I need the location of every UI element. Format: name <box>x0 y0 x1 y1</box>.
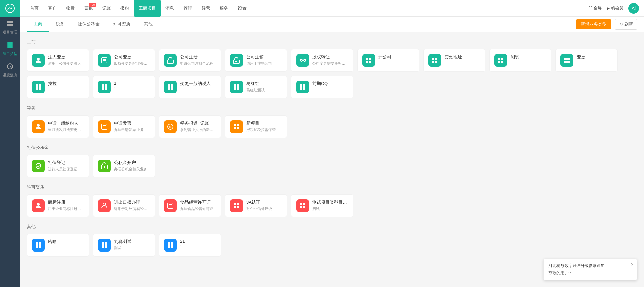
card-apply-taxpayer[interactable]: 申请一般纳税人 当月或次月成变更完成 <box>27 115 89 138</box>
nav-service[interactable]: 服务 <box>215 0 233 17</box>
svg-rect-64 <box>237 127 239 129</box>
card-icon-trademark <box>32 199 45 212</box>
tab-industry[interactable]: 工商 <box>27 17 49 32</box>
tab-bar: 工商 税务 社保公积金 许可资质 其他 新增业务类型 <box>20 17 644 32</box>
card-open-company[interactable]: 开公司 <box>357 49 419 72</box>
card-haha[interactable]: 哈哈 <box>27 234 89 257</box>
tab-social[interactable]: 社保公积金 <box>71 17 106 32</box>
card-desc-company-register: 申请公司注册全流程 <box>180 61 216 66</box>
nav-accounting[interactable]: 记账 <box>98 0 116 17</box>
svg-rect-86 <box>102 245 104 248</box>
card-social-register[interactable]: 社保登记 进行人员社保登记 <box>27 155 89 177</box>
card-trademark[interactable]: 商标注册 用于企业商标注册服务 <box>27 194 89 217</box>
cards-grid-other: 哈哈 刘聪测试 测试 <box>27 234 637 257</box>
card-legal-change[interactable]: 法人变更 适用于公司变更法人 <box>27 49 89 72</box>
card-icon-company-register <box>164 54 177 67</box>
card-title-open-company: 开公司 <box>378 54 414 60</box>
topnav: 首页 客户 收费 票据 new 记账 报税 工商项目 消息 管理 经营 <box>20 0 644 17</box>
add-business-type-button[interactable]: 新增业务类型 <box>576 19 611 29</box>
card-change-taxpayer[interactable]: 变更一般纳税人 <box>159 76 221 98</box>
card-21[interactable]: 21 1 <box>159 234 221 257</box>
tab-other[interactable]: 其他 <box>137 17 159 32</box>
svg-rect-52 <box>303 84 305 87</box>
card-title-21: 21 <box>180 239 216 244</box>
nav-message[interactable]: 消息 <box>161 0 179 17</box>
cards-grid-tax: 申请一般纳税人 当月或次月成变更完成 申请发票 办理申请发票业务 ¥ <box>27 115 637 138</box>
card-food-license[interactable]: 食品经营许可证 办理食品经营许可证 <box>159 194 221 217</box>
svg-rect-45 <box>168 87 170 90</box>
section-title-tax: 税务 <box>27 105 637 111</box>
nav-home[interactable]: 首页 <box>25 0 43 17</box>
card-liucong[interactable]: 刘聪测试 测试 <box>93 234 155 257</box>
sidebar-label-project-mgmt: 项目管理 <box>3 30 17 35</box>
sidebar-item-progress[interactable]: 进度监测 <box>0 60 20 81</box>
tab-tax[interactable]: 税务 <box>49 17 71 32</box>
main-wrapper: 首页 客户 收费 票据 new 记账 报税 工商项目 消息 管理 经营 <box>20 0 644 287</box>
card-test-type[interactable]: 测试项目类型目定义 测试 <box>291 194 353 217</box>
nav-operation[interactable]: 经营 <box>197 0 215 17</box>
nav-industry[interactable]: 工商项目 <box>134 0 161 17</box>
card-equity-transfer[interactable]: 股权转让 公司变更需要股权转让 <box>291 49 353 72</box>
tab-industry-label: 工商 <box>34 21 42 27</box>
sidebar-item-project-mgmt[interactable]: 项目管理 <box>0 17 20 38</box>
fullscreen-btn[interactable]: ⛶ 全屏 <box>588 5 602 11</box>
avatar-initial: Ai <box>632 6 636 11</box>
card-change-address[interactable]: 变更地址 <box>423 49 485 72</box>
avatar[interactable]: Ai <box>628 3 639 14</box>
card-qq[interactable]: 前期QQ <box>291 76 353 98</box>
vip-btn[interactable]: ▶ 畅会员 <box>607 5 623 11</box>
vip-label: 畅会员 <box>611 5 623 11</box>
card-desc-social-register: 进行人员社保登记 <box>48 167 84 172</box>
svg-rect-47 <box>234 84 236 87</box>
nav-settings[interactable]: 设置 <box>233 0 251 17</box>
cards-grid-license: 商标注册 用于企业商标注册服务 进出口权办理 适用于对外贸易经营者 <box>27 194 637 217</box>
card-title-apply-taxpayer: 申请一般纳税人 <box>48 120 84 126</box>
scroll-content[interactable]: 工商 法人变更 适用于公司变更法人 <box>20 32 644 287</box>
card-fund-open[interactable]: 公积金开户 办理公积金相关业务 <box>93 155 155 177</box>
svg-rect-25 <box>432 61 434 63</box>
card-test[interactable]: 测试 <box>489 49 551 72</box>
card-info-21: 21 1 <box>180 239 216 249</box>
card-info-tax-accounting: 税务报道+记账 拿到营业执照的新公司 <box>180 120 216 132</box>
sidebar-label-project-type: 项目类型 <box>3 51 17 56</box>
card-company-cancel[interactable]: 公司注销 适用于注销公司 <box>225 49 287 72</box>
card-info-gehonghong: 葛红红 葛红红测试 <box>246 81 282 93</box>
card-tax-accounting[interactable]: ¥ 税务报道+记账 拿到营业执照的新公司 <box>159 115 221 138</box>
cards-grid-social: 社保登记 进行人员社保登记 公积金开户 办理公积金相关业务 <box>27 155 637 177</box>
tab-license[interactable]: 许可资质 <box>106 17 137 32</box>
card-info-lala: 拉拉 <box>48 81 84 88</box>
card-desc-gehonghong: 葛红红测试 <box>246 88 282 93</box>
card-gehonghong[interactable]: 葛红红 葛红红测试 <box>225 76 287 98</box>
card-info-fund-open: 公积金开户 办理公积金相关业务 <box>114 160 150 172</box>
svg-rect-31 <box>564 58 567 60</box>
card-company-register[interactable]: 公司注册 申请公司注册全流程 <box>159 49 221 72</box>
svg-rect-62 <box>237 124 239 126</box>
card-icon-test <box>494 54 507 67</box>
sidebar-item-project-type[interactable]: 项目类型 <box>0 38 20 60</box>
card-3a[interactable]: 3A认证 对企业信誉评级 <box>225 194 287 217</box>
nav-ticket[interactable]: 票据 new <box>79 0 98 17</box>
refresh-button[interactable]: ↻ 刷新 <box>615 19 637 30</box>
sidebar-logo[interactable] <box>0 0 20 17</box>
card-icon-liucong <box>98 239 111 252</box>
nav-billing[interactable]: 收费 <box>61 0 79 17</box>
card-apply-invoice[interactable]: 申请发票 办理申请发票业务 <box>93 115 155 138</box>
topnav-right: ⛶ 全屏 ▶ 畅会员 Ai <box>588 3 639 14</box>
nav-client[interactable]: 客户 <box>43 0 61 17</box>
card-icon-change-address <box>428 54 441 67</box>
svg-rect-83 <box>39 245 41 248</box>
nav-manage[interactable]: 管理 <box>179 0 197 17</box>
card-desc-3a: 对企业信誉评级 <box>246 206 282 211</box>
card-new-project[interactable]: 新项目 报税加税控盘保管 <box>225 115 287 138</box>
new-badge: new <box>89 3 96 7</box>
card-one[interactable]: 1 1 <box>93 76 155 98</box>
nav-tax-report[interactable]: 报税 <box>116 0 134 17</box>
notification-close-button[interactable]: × <box>631 262 634 267</box>
card-lala[interactable]: 拉拉 <box>27 76 89 98</box>
card-biangg[interactable]: 变更 <box>555 49 618 72</box>
card-import-export[interactable]: 进出口权办理 适用于对外贸易经营者 <box>93 194 155 217</box>
svg-rect-89 <box>171 242 173 245</box>
card-info-apply-taxpayer: 申请一般纳税人 当月或次月成变更完成 <box>48 120 84 132</box>
card-info-new-project: 新项目 报税加税控盘保管 <box>246 120 282 132</box>
card-company-change[interactable]: 公司变更 股权变更外的业务变更 <box>93 49 155 72</box>
